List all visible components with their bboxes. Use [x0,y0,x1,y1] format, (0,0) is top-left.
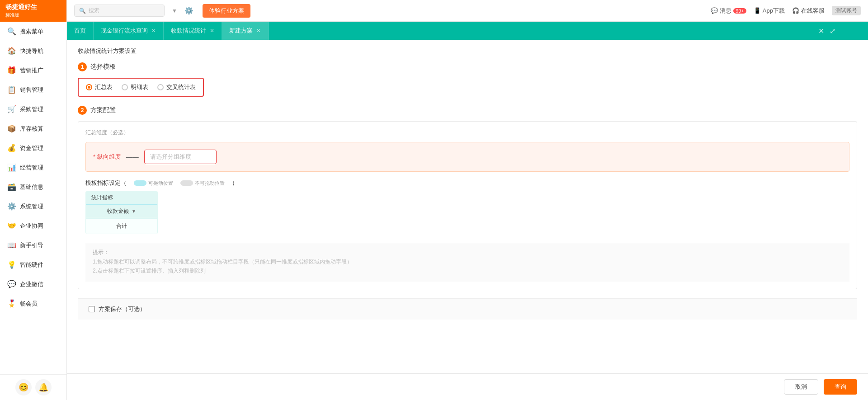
tab-new-plan-close[interactable]: ✕ [256,28,261,33]
topbar-gear-icon[interactable]: ⚙️ [184,6,193,15]
sidebar-item-label: 系统管理 [20,202,43,211]
sidebar-item-label: 企业微信 [20,280,43,288]
system-icon: ⚙️ [7,202,16,211]
save-label: 方案保存（可选） [99,305,146,313]
logo-main: 畅捷通好生 [5,3,37,11]
radio-cross[interactable]: 交叉统计表 [157,83,196,91]
section-template-header: 1 选择模板 [78,62,857,71]
sidebar-item-search[interactable]: 🔍 搜索菜单 [0,22,66,41]
download-item[interactable]: 📱 App下载 [754,7,785,15]
dimension-label-text: 汇总维度（必选） [85,129,129,136]
sidebar-item-wechat[interactable]: 💬 企业微信 [0,274,66,294]
sidebar-item-finance[interactable]: 💰 资金管理 [0,138,66,158]
message-item[interactable]: 💬 消息 99+ [711,7,746,15]
query-button[interactable]: 查询 [824,379,857,395]
sidebar-item-sales[interactable]: 📋 销售管理 [0,80,66,99]
draggable-text: 可拖动位置 [148,180,173,187]
finance-icon: 💰 [7,144,16,152]
tab-cash-flow-close[interactable]: ✕ [151,28,156,33]
save-checkbox[interactable] [89,306,95,312]
content: 收款情况统计方案设置 1 选择模板 汇总表 明细表 [67,40,868,400]
download-label: App下载 [763,7,785,15]
dimension-row: * 纵向维度 —— 请选择分组维度 [93,150,842,164]
search-icon: 🔍 [7,27,16,36]
config-section: 汇总维度（必选） * 纵向维度 —— 请选择分组维度 [78,121,857,289]
sidebar-item-purchase[interactable]: 🛒 采购管理 [0,99,66,119]
tab-cash-flow[interactable]: 现金银行流水查询 ✕ [94,22,164,40]
topbar-dropdown-arrow[interactable]: ▼ [172,8,177,14]
sidebar-item-member[interactable]: 🎖️ 畅会员 [0,294,66,313]
sidebar-item-label: 企业协同 [20,222,43,230]
tab-close-all[interactable]: ✕ [816,25,826,37]
section2-number: 2 [78,106,87,115]
dimension-area: * 纵向维度 —— 请选择分组维度 [85,142,849,172]
radio-group: 汇总表 明细表 交叉统计表 [86,83,196,91]
dimension-placeholder: 请选择分组维度 [150,153,191,160]
section1-title: 选择模板 [90,63,116,71]
tab-receipt-stats-close[interactable]: ✕ [210,28,214,33]
user-avatar[interactable]: 测试账号 [832,6,861,15]
industry-btn[interactable]: 体验行业方案 [203,4,250,18]
metrics-bracket: ） [232,179,238,187]
gift-icon: 🎁 [7,66,16,75]
tips-item-2: 2.点击标题栏下拉可设置排序、插入列和删除列 [93,267,842,275]
tab-home[interactable]: 首页 [67,22,94,40]
section2-title: 方案配置 [90,106,116,114]
tab-receipt-stats[interactable]: 收款情况统计 ✕ [164,22,222,40]
download-icon: 📱 [754,7,761,14]
tips-section: 提示： 1.拖动标题栏可以调整布局，不可跨维度或指标区域拖动栏目字段（只能在同一… [85,243,849,282]
footer-bar: 取消 查询 [67,373,868,400]
message-icon: 💬 [711,7,718,14]
sidebar-item-label: 搜索菜单 [20,28,43,36]
support-label: 在线客服 [801,7,825,15]
tab-new-plan[interactable]: 新建方案 ✕ [222,22,269,40]
metrics-label: 模板指标设定（ [85,179,127,187]
tab-new-plan-label: 新建方案 [229,27,253,35]
sidebar-item-collab[interactable]: 🤝 企业协同 [0,216,66,235]
cancel-button[interactable]: 取消 [784,379,818,395]
topbar-search[interactable]: 🔍 搜索 [74,5,165,17]
non-draggable-text: 不可拖动位置 [195,180,225,187]
sales-icon: 📋 [7,85,16,94]
draggable-tag: 可拖动位置 [134,180,173,187]
tabbar-actions: ✕ ⤢ [816,22,841,40]
sidebar-item-basics[interactable]: 🗃️ 基础信息 [0,177,66,197]
non-draggable-tag: 不可拖动位置 [180,180,225,187]
page-title: 收款情况统计方案设置 [78,47,857,55]
section-config-header: 2 方案配置 [78,106,857,115]
support-icon: 🎧 [792,7,799,14]
radio-summary[interactable]: 汇总表 [86,83,113,91]
search-text: 搜索 [89,7,99,14]
sidebar-item-guide[interactable]: 📖 新手引导 [0,235,66,255]
topbar: 🔍 搜索 ▼ ⚙️ 体验行业方案 💬 消息 99+ 📱 App下载 🎧 在线客服… [67,0,868,22]
col-chevron-icon: ▼ [132,209,136,214]
dimension-select[interactable]: 请选择分组维度 [144,150,217,164]
sidebar-item-system[interactable]: ⚙️ 系统管理 [0,197,66,216]
tips-item-1: 1.拖动标题栏可以调整布局，不可跨维度或指标区域拖动栏目字段（只能在同一维度或指… [93,258,842,266]
sidebar-item-operations[interactable]: 📊 经营管理 [0,158,66,177]
sidebar-bottom: 😊 🔔 [0,374,66,400]
sidebar-item-inventory[interactable]: 📦 库存核算 [0,119,66,138]
tab-cash-flow-label: 现金银行流水查询 [101,27,148,35]
search-icon: 🔍 [79,8,86,14]
sidebar-item-hardware[interactable]: 💡 智能硬件 [0,255,66,274]
sidebar-item-nav[interactable]: 🏠 快捷导航 [0,41,66,61]
section-template: 1 选择模板 汇总表 明细表 [78,62,857,97]
tab-receipt-stats-label: 收款情况统计 [171,27,206,35]
radio-summary-label: 汇总表 [95,83,113,91]
sidebar-icon-left[interactable]: 😊 [15,379,32,395]
sidebar-item-label: 基础信息 [20,183,43,191]
sidebar-item-marketing[interactable]: 🎁 营销推广 [0,61,66,80]
radio-cross-dot [157,84,164,90]
radio-detail-dot [122,84,128,90]
metrics-col-header[interactable]: 收款金额 ▼ [86,205,157,218]
support-item[interactable]: 🎧 在线客服 [792,7,825,15]
hardware-icon: 💡 [7,260,16,269]
radio-summary-dot [86,84,92,90]
radio-detail[interactable]: 明细表 [122,83,148,91]
col-header-text: 收款金额 [107,207,129,215]
tab-maximize[interactable]: ⤢ [828,25,837,37]
operations-icon: 📊 [7,163,16,172]
sidebar-icon-right[interactable]: 🔔 [35,379,52,395]
sidebar-item-label: 销售管理 [20,86,43,94]
